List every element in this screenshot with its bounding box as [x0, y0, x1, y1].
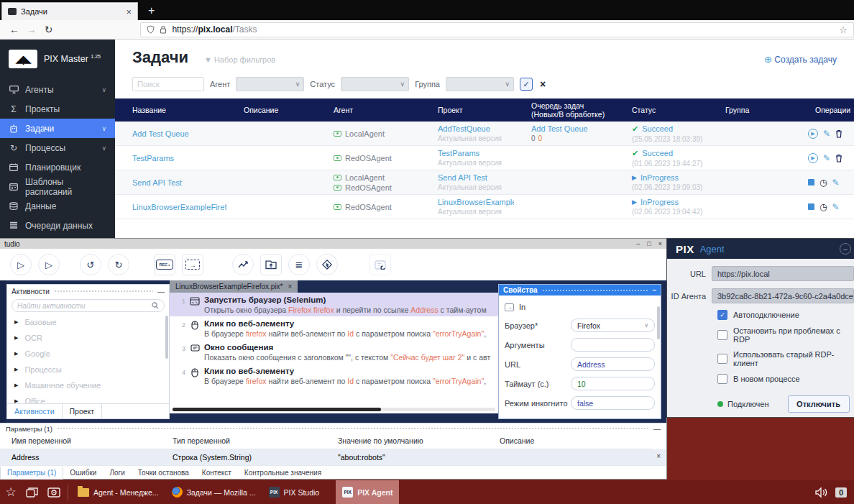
screenshot-tool-icon[interactable]: [43, 487, 65, 498]
bookmark-star-icon[interactable]: ☆: [839, 24, 848, 35]
back-icon[interactable]: ←: [6, 24, 23, 35]
activity-group-ml[interactable]: ▶Машинное обучение: [7, 377, 169, 393]
sidebar-item-tasks[interactable]: Задачи ∨: [0, 119, 115, 138]
forward-icon[interactable]: →: [23, 24, 40, 35]
browser-tab[interactable]: Задачи ×: [1, 2, 138, 20]
new-process-checkbox[interactable]: В новом процессе: [717, 374, 854, 384]
drag-handle[interactable]: [54, 290, 153, 293]
publish-button[interactable]: [260, 254, 282, 275]
pin-icon[interactable]: –: [652, 286, 656, 294]
expand-icon[interactable]: ▶: [14, 335, 18, 341]
tab-activities[interactable]: Активности: [7, 404, 63, 418]
drag-handle[interactable]: [57, 427, 649, 431]
tab-watch-values[interactable]: Контрольные значения: [238, 467, 328, 479]
workflow-step[interactable]: 3 Окно сообщения Показать окно сообщения…: [170, 340, 498, 364]
project-link[interactable]: TestParams: [438, 149, 479, 157]
task-name-link[interactable]: LinuxBrowserExampleFirefox: [115, 203, 226, 211]
element-picker-button[interactable]: [316, 254, 338, 275]
project-link[interactable]: Send API Test: [438, 173, 487, 182]
editor-tab[interactable]: LinuxBrowserExampleFirefox.pix*×: [170, 280, 298, 293]
expand-icon[interactable]: ▶: [14, 319, 18, 325]
taskbar-item-pix-agent[interactable]: PIX PIX Agent: [336, 480, 399, 504]
undo-button[interactable]: ↺: [80, 254, 101, 275]
workflow-step[interactable]: 2 Клик по веб-элементу В браузере firefo…: [170, 316, 498, 340]
window-switcher-icon[interactable]: [22, 487, 43, 498]
tab-context[interactable]: Контекст: [196, 467, 238, 479]
trash-icon[interactable]: [835, 154, 842, 162]
run-task-button[interactable]: ▶: [808, 153, 818, 163]
tab-project[interactable]: Проект: [63, 404, 103, 418]
taskbar-item-pix-studio[interactable]: PIX PIX Studio: [262, 480, 326, 504]
edit-icon[interactable]: ✎: [832, 202, 839, 212]
parameters-header[interactable]: Параметры (1) —: [0, 423, 666, 433]
table-row[interactable]: Add Test Queue LocalAgent AddTestQueueАк…: [115, 122, 854, 146]
project-link[interactable]: AddTestQueue: [438, 124, 490, 133]
expand-icon[interactable]: ▶: [14, 382, 18, 388]
workflow-step[interactable]: 1 Запустить браузер (Selenium) Открыть о…: [170, 293, 498, 316]
sidebar-item-agents[interactable]: Агенты ∨: [0, 80, 115, 99]
stop-task-button[interactable]: [808, 203, 814, 210]
tab-breakpoints[interactable]: Точки останова: [132, 467, 196, 479]
edit-icon[interactable]: ✎: [823, 129, 830, 139]
collapse-icon[interactable]: —: [653, 425, 661, 433]
stopwatch-icon[interactable]: ◷: [819, 178, 827, 188]
create-task-button[interactable]: ⊕ Создать задачу: [764, 54, 837, 65]
minimize-icon[interactable]: –: [636, 240, 640, 247]
stop-task-button[interactable]: [808, 179, 814, 185]
expand-icon[interactable]: ▶: [14, 351, 18, 357]
activity-group-google[interactable]: ▶Google: [7, 346, 169, 362]
sidebar-item-processes[interactable]: ↻ Процессы ∨: [0, 138, 115, 157]
close-icon[interactable]: ×: [658, 240, 662, 247]
activity-group-processes[interactable]: ▶Процессы: [7, 362, 169, 377]
browser-select[interactable]: Firefox∨: [571, 319, 655, 332]
drag-handle[interactable]: [542, 289, 648, 292]
agent-id-field[interactable]: 3b92ca8c-8b21-472a-9c60-c2a4a0dce0: [712, 288, 854, 303]
tab-logs[interactable]: Логи: [103, 467, 131, 479]
taskbar-item-firefox[interactable]: Задачи — Mozilla ...: [165, 480, 262, 504]
sidebar-item-projects[interactable]: Σ Проекты: [0, 99, 115, 119]
workflow-step[interactable]: 4 Клик по веб-элементу В браузере firefo…: [170, 364, 498, 388]
maximize-icon[interactable]: □: [647, 240, 651, 247]
stopwatch-icon[interactable]: ◷: [819, 202, 827, 212]
arguments-input[interactable]: [571, 338, 655, 352]
task-name-link[interactable]: Add Test Queue: [115, 129, 226, 138]
statistics-button[interactable]: [232, 254, 254, 275]
activities-search-input[interactable]: [17, 302, 152, 310]
properties-header[interactable]: Свойства –: [499, 285, 661, 295]
table-row[interactable]: Send API Test LocalAgent RedOSAgent Send…: [115, 170, 854, 195]
activities-search[interactable]: [12, 299, 165, 312]
stop-on-rdp-problems-checkbox[interactable]: Остановить при проблемах с RDP: [717, 326, 854, 344]
edit-icon[interactable]: ✎: [823, 153, 830, 163]
insert-frame-button[interactable]: →: [182, 254, 203, 275]
timeout-input[interactable]: 10: [571, 377, 655, 390]
sidebar-item-data-queues[interactable]: Очереди данных: [0, 216, 115, 235]
sidebar-item-data[interactable]: Данные: [0, 196, 115, 216]
checkbox-checked-icon[interactable]: ✓: [717, 310, 727, 320]
sidebar-item-schedule-templates[interactable]: Шаблоны расписаний: [0, 177, 115, 196]
studio-title-bar[interactable]: tudio – □ ×: [0, 239, 666, 249]
checkbox-icon[interactable]: [717, 354, 727, 364]
volume-icon[interactable]: [814, 487, 829, 498]
scrollbar[interactable]: [657, 306, 660, 339]
sidebar-item-scheduler[interactable]: Планировщик: [0, 157, 115, 177]
clear-filter-icon[interactable]: ×: [540, 78, 546, 90]
activity-group-office[interactable]: ▶Office: [7, 393, 169, 403]
autoconnect-checkbox[interactable]: ✓ Автоподключение: [717, 310, 854, 320]
task-name-link[interactable]: TestParams: [115, 154, 226, 162]
legacy-rdp-client-checkbox[interactable]: Использовать старый RDP-клиент: [717, 350, 854, 367]
checkbox-icon[interactable]: [717, 374, 727, 384]
agent-filter-select[interactable]: ∨: [236, 77, 304, 91]
disconnect-button[interactable]: Отключить: [788, 395, 850, 413]
table-row[interactable]: LinuxBrowserExampleFirefox RedOSAgent Li…: [115, 195, 854, 219]
project-link[interactable]: LinuxBrowserExampleFirefox: [438, 198, 514, 206]
trash-icon[interactable]: [835, 129, 842, 138]
table-row[interactable]: TestParams RedOSAgent TestParamsАктуальн…: [115, 146, 854, 170]
group-filter-select[interactable]: ∨: [446, 77, 514, 91]
notification-badge[interactable]: 0: [835, 487, 847, 498]
parameter-row[interactable]: Address Строка (System.String) "about:ro…: [0, 449, 666, 465]
minimize-icon[interactable]: –: [840, 243, 851, 255]
url-bar[interactable]: https://pix.local/Tasks ☆: [140, 22, 854, 37]
close-icon[interactable]: ×: [288, 283, 293, 290]
expand-icon[interactable]: ▶: [14, 367, 18, 372]
activity-group-ocr[interactable]: ▶OCR: [7, 330, 169, 346]
